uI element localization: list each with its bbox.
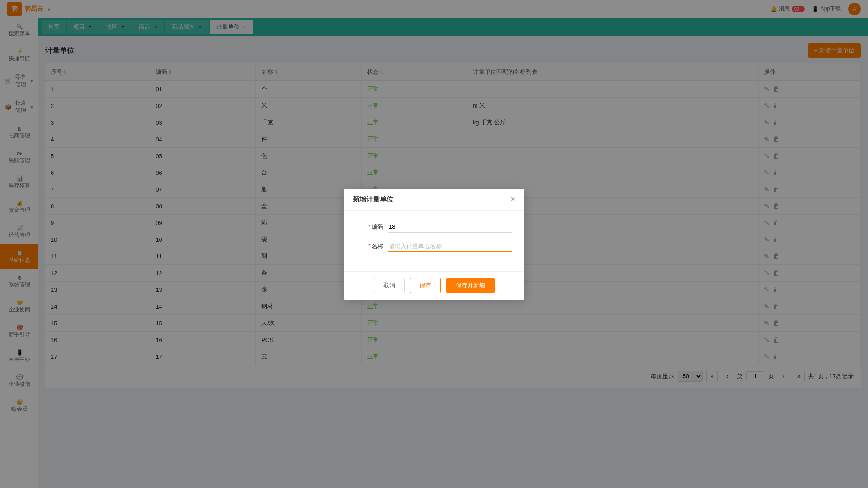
name-label: *名称	[356, 242, 383, 250]
name-input[interactable]	[388, 241, 512, 252]
form-row-code: *编码	[356, 221, 512, 233]
code-input[interactable]	[388, 221, 512, 233]
code-label: *编码	[356, 223, 383, 231]
modal-body: *编码 *名称	[344, 211, 524, 271]
modal-header: 新增计量单位 ×	[344, 189, 524, 211]
save-and-new-button[interactable]: 保存并新增	[446, 278, 495, 293]
code-required-mark: *	[368, 223, 371, 230]
modal-close-button[interactable]: ×	[510, 195, 515, 203]
modal-title: 新增计量单位	[353, 195, 393, 204]
add-measure-unit-modal: 新增计量单位 × *编码 *名称 取消 保存 保存并新增	[344, 189, 524, 300]
modal-overlay[interactable]: 新增计量单位 × *编码 *名称 取消 保存 保存并新增	[0, 0, 868, 488]
save-button[interactable]: 保存	[410, 278, 441, 293]
modal-footer: 取消 保存 保存并新增	[344, 271, 524, 300]
form-row-name: *名称	[356, 241, 512, 252]
cancel-button[interactable]: 取消	[374, 278, 405, 293]
name-required-mark: *	[368, 243, 371, 249]
